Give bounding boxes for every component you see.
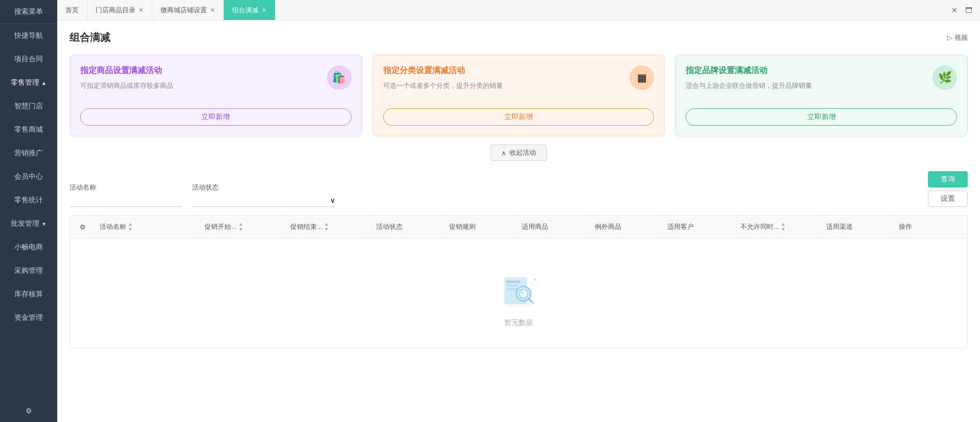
search-actions: 查询 设置 xyxy=(928,171,968,207)
th-name[interactable]: 活动名称 ▲▼ xyxy=(96,216,200,238)
svg-point-11 xyxy=(532,284,533,285)
svg-point-10 xyxy=(538,283,539,284)
brand-card-add-button[interactable]: 立即新增 xyxy=(686,108,957,126)
page-header: 组合满减 ▷ 视频 xyxy=(69,31,968,44)
tab-bar: 首页 门店商品目录 ✕ 微商城店铺设置 ✕ 组合满减 ✕ ✕ 🗖 xyxy=(57,0,980,20)
th-action: 操作 xyxy=(895,216,967,238)
play-icon: ▷ xyxy=(947,34,952,41)
sidebar-item-retail-management[interactable]: 零售管理 ▲ xyxy=(0,71,57,95)
svg-point-8 xyxy=(521,291,523,294)
brand-card-desc: 适合与上游企业联合做营销，提升品牌销量 xyxy=(686,81,957,100)
tab-combo-discount[interactable]: 组合满减 ✕ xyxy=(224,0,275,20)
sort-icon: ▲▼ xyxy=(781,222,786,232)
sidebar-item-smart-store[interactable]: 智慧门店 xyxy=(0,95,57,118)
settings-button[interactable]: ⚙ xyxy=(0,400,57,422)
th-end[interactable]: 促销结束... ▲▼ xyxy=(286,216,372,238)
page-title: 组合满减 xyxy=(69,31,110,44)
table-header: ⚙ 活动名称 ▲▼ 促销开始... ▲▼ 促销结束... ▲▼ 活动状态 xyxy=(70,216,967,239)
gear-icon: ⚙ xyxy=(80,223,86,231)
sort-icon: ▲▼ xyxy=(238,222,243,232)
empty-text: 暂无数据 xyxy=(504,318,533,327)
tab-store-catalog[interactable]: 门店商品目录 ✕ xyxy=(87,0,152,20)
empty-state: 暂无数据 xyxy=(70,239,967,348)
goods-card-title: 指定商品设置满减活动 xyxy=(80,65,352,76)
query-button[interactable]: 查询 xyxy=(928,171,968,187)
goods-card-add-button[interactable]: 立即新增 xyxy=(80,108,352,126)
activity-status-label: 活动状态 xyxy=(192,183,335,192)
goods-card: 🛍️ 指定商品设置满减活动 可指定滞销商品或库存较多商品 立即新增 xyxy=(69,55,362,136)
tab-close-store-catalog[interactable]: ✕ xyxy=(138,7,144,14)
svg-point-9 xyxy=(534,278,536,281)
category-card-add-button[interactable]: 立即新增 xyxy=(383,108,655,126)
svg-rect-3 xyxy=(506,285,518,286)
main-area: 首页 门店商品目录 ✕ 微商城店铺设置 ✕ 组合满减 ✕ ✕ 🗖 组合满减 ▷ … xyxy=(57,0,980,422)
activity-name-field: 活动名称 xyxy=(69,183,182,207)
sort-icon: ▲▼ xyxy=(128,222,133,232)
category-card-desc: 可选一个或者多个分类，提升分类的销量 xyxy=(383,81,655,100)
th-start[interactable]: 促销开始... ▲▼ xyxy=(200,216,286,238)
page-content: 组合满减 ▷ 视频 🛍️ 指定商品设置满减活动 可指定滞销商品或库存较多商品 立… xyxy=(57,20,980,422)
empty-illustration xyxy=(493,269,544,310)
th-concurrent[interactable]: 不允许同时... ▲▼ xyxy=(736,216,822,238)
tab-close-combo-discount[interactable]: ✕ xyxy=(262,7,267,14)
category-card-icon: ▦ xyxy=(629,65,654,90)
th-exclude: 例外商品 xyxy=(591,216,664,238)
sidebar-item-project-contract[interactable]: 项目合同 xyxy=(0,48,57,71)
sort-icon: ▲▼ xyxy=(324,222,329,232)
th-goods: 适用商品 xyxy=(518,216,591,238)
tab-controls: ✕ 🗖 xyxy=(943,5,980,15)
tab-close-wechat-store[interactable]: ✕ xyxy=(210,7,215,14)
sidebar-item-retail-mall[interactable]: 零售商城 xyxy=(0,118,57,142)
th-rule: 促销规则 xyxy=(445,216,518,238)
goods-card-desc: 可指定滞销商品或库存较多商品 xyxy=(80,81,352,100)
sidebar-item-inventory[interactable]: 库存核算 xyxy=(0,283,57,306)
sidebar-item-member-center[interactable]: 会员中心 xyxy=(0,165,57,189)
svg-point-6 xyxy=(519,289,528,298)
minimize-window-button[interactable]: 🗖 xyxy=(964,5,974,15)
close-window-button[interactable]: ✕ xyxy=(949,5,960,15)
sidebar-item-wholesale[interactable]: 批发管理 ▼ xyxy=(0,212,57,236)
activity-name-label: 活动名称 xyxy=(69,183,182,192)
tab-wechat-store[interactable]: 微商城店铺设置 ✕ xyxy=(152,0,224,20)
collapse-bar: ∧ 收起活动 xyxy=(69,145,968,161)
data-table: ⚙ 活动名称 ▲▼ 促销开始... ▲▼ 促销结束... ▲▼ 活动状态 xyxy=(69,215,968,348)
th-channel: 适用渠道 xyxy=(822,216,895,238)
sidebar-search[interactable]: 搜索菜单 xyxy=(0,0,57,24)
sidebar-item-purchase[interactable]: 采购管理 xyxy=(0,259,57,283)
settings-button[interactable]: 设置 xyxy=(928,191,968,207)
video-link[interactable]: ▷ 视频 xyxy=(947,33,968,42)
gear-icon: ⚙ xyxy=(26,407,32,415)
category-card-title: 指定分类设置满减活动 xyxy=(383,65,655,76)
sidebar-item-retail-stats[interactable]: 零售统计 xyxy=(0,189,57,212)
cards-row: 🛍️ 指定商品设置满减活动 可指定滞销商品或库存较多商品 立即新增 ▦ 指定分类… xyxy=(69,55,968,136)
sidebar-item-xiaochangec[interactable]: 小畅电商 xyxy=(0,236,57,259)
th-status: 活动状态 xyxy=(372,216,445,238)
brand-card-icon: 🌿 xyxy=(932,65,957,90)
activity-status-select[interactable]: ∨ xyxy=(192,194,335,207)
svg-rect-2 xyxy=(506,280,521,283)
th-gear[interactable]: ⚙ xyxy=(70,216,96,238)
collapse-activity-button[interactable]: ∧ 收起活动 xyxy=(491,145,547,161)
th-customer: 适用客户 xyxy=(663,216,736,238)
chevron-up-icon: ▲ xyxy=(41,80,46,86)
chevron-down-icon: ∨ xyxy=(330,196,335,204)
chevron-down-icon: ▼ xyxy=(41,221,46,227)
chevron-up-icon: ∧ xyxy=(501,149,506,157)
tab-home[interactable]: 首页 xyxy=(57,0,87,20)
goods-card-icon: 🛍️ xyxy=(327,65,352,90)
activity-name-input[interactable] xyxy=(69,194,182,207)
brand-card: 🌿 指定品牌设置满减活动 适合与上游企业联合做营销，提升品牌销量 立即新增 xyxy=(675,55,968,136)
search-row: 活动名称 活动状态 ∨ 查询 设置 xyxy=(69,171,968,207)
sidebar-item-quick-nav[interactable]: 快捷导航 xyxy=(0,24,57,48)
sidebar-item-finance[interactable]: 资金管理 xyxy=(0,306,57,330)
activity-status-field: 活动状态 ∨ xyxy=(192,183,335,207)
brand-card-title: 指定品牌设置满减活动 xyxy=(686,65,957,76)
category-card: ▦ 指定分类设置满减活动 可选一个或者多个分类，提升分类的销量 立即新增 xyxy=(372,55,665,136)
sidebar: 搜索菜单 快捷导航 项目合同 零售管理 ▲ 智慧门店 零售商城 营销推广 会员中… xyxy=(0,0,57,422)
sidebar-item-marketing[interactable]: 营销推广 xyxy=(0,142,57,165)
